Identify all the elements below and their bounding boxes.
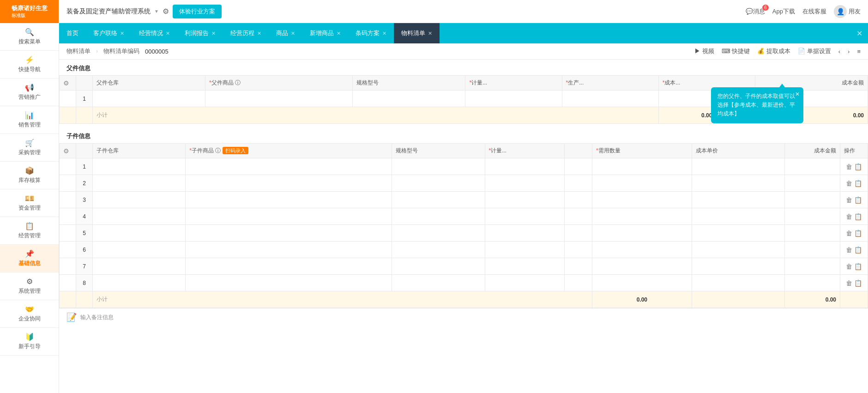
child-row6-qty[interactable]	[592, 242, 692, 258]
child-row1-delete-icon[interactable]: 🗑	[846, 163, 852, 170]
child-row6-cost-amount[interactable]	[785, 242, 840, 258]
child-row1-warehouse[interactable]	[93, 158, 186, 175]
child-row1-extra[interactable]	[564, 158, 592, 175]
child-row1-product[interactable]	[186, 158, 392, 175]
child-row1-copy-icon[interactable]: 📋	[854, 163, 862, 170]
child-row2-product[interactable]	[186, 175, 392, 192]
child-row7-delete-icon[interactable]: 🗑	[846, 263, 852, 270]
parent-row1-warehouse[interactable]	[93, 91, 205, 107]
nav-tab-close-4[interactable]: ✕	[257, 30, 261, 36]
child-row2-warehouse[interactable]	[93, 175, 186, 192]
scan-badge[interactable]: 扫码录入	[223, 147, 248, 154]
child-row7-copy-icon[interactable]: 📋	[854, 263, 862, 270]
child-row6-delete-icon[interactable]: 🗑	[846, 246, 852, 254]
nav-tab-close-2[interactable]: ✕	[166, 30, 170, 36]
child-row2-copy-icon[interactable]: 📋	[854, 180, 862, 187]
child-row3-cost-amount[interactable]	[785, 192, 840, 208]
nav-tab-8[interactable]: 物料清单✕	[394, 23, 440, 43]
experience-button[interactable]: 体验行业方案	[173, 5, 222, 18]
child-row8-unit[interactable]	[485, 275, 564, 291]
child-row1-unit-cost[interactable]	[692, 158, 784, 175]
child-row8-copy-icon[interactable]: 📋	[854, 279, 862, 287]
child-row7-warehouse[interactable]	[93, 258, 186, 275]
child-row2-spec[interactable]	[392, 175, 485, 192]
child-row7-unit[interactable]	[485, 258, 564, 275]
nav-tab-5[interactable]: 商品✕	[269, 23, 302, 43]
nav-tab-4[interactable]: 经营历程✕	[223, 23, 269, 43]
child-row8-unit-cost[interactable]	[692, 275, 784, 291]
child-row8-delete-icon[interactable]: 🗑	[846, 279, 852, 287]
child-row6-extra[interactable]	[564, 242, 592, 258]
child-row5-qty[interactable]	[592, 225, 692, 242]
child-row1-unit[interactable]	[485, 158, 564, 175]
nav-prev-button[interactable]: ‹	[838, 48, 840, 55]
nav-tab-7[interactable]: 条码方案✕	[348, 23, 394, 43]
view-mode-button[interactable]: ≡	[857, 48, 861, 55]
close-all-tabs-button[interactable]: ✕	[851, 29, 868, 38]
sidebar-item-inventory[interactable]: 📦库存核算	[0, 162, 59, 189]
child-row4-unit-cost[interactable]	[692, 208, 784, 225]
sidebar-item-sales[interactable]: 📊销售管理	[0, 106, 59, 134]
child-row5-unit-cost[interactable]	[692, 225, 784, 242]
child-row3-extra[interactable]	[564, 192, 592, 208]
nav-tab-close-8[interactable]: ✕	[428, 30, 432, 36]
child-row4-unit[interactable]	[485, 208, 564, 225]
child-row5-spec[interactable]	[392, 225, 485, 242]
online-service[interactable]: 在线客服	[802, 7, 826, 16]
message-badge-wrap[interactable]: 💬 消息 6	[746, 7, 765, 16]
child-row3-unit-cost[interactable]	[692, 192, 784, 208]
child-row4-copy-icon[interactable]: 📋	[854, 213, 862, 220]
gear-button[interactable]: ⚙	[163, 7, 169, 16]
child-row5-cost-amount[interactable]	[785, 225, 840, 242]
parent-setting-gear[interactable]: ⚙	[63, 79, 69, 87]
sidebar-item-quick-nav[interactable]: ⚡快捷导航	[0, 51, 59, 79]
child-row6-copy-icon[interactable]: 📋	[854, 246, 862, 254]
system-dropdown-arrow[interactable]: ▼	[154, 9, 159, 14]
user-wrap[interactable]: 👤 用友	[834, 5, 861, 18]
child-row2-qty[interactable]	[592, 175, 692, 192]
child-row3-product[interactable]	[186, 192, 392, 208]
sidebar-item-purchase[interactable]: 🛒采购管理	[0, 134, 59, 162]
shortcut-action[interactable]: ⌨ 快捷键	[722, 47, 750, 55]
child-row6-unit-cost[interactable]	[692, 242, 784, 258]
breadcrumb-1[interactable]: 物料清单	[66, 47, 90, 55]
child-row8-qty[interactable]	[592, 275, 692, 291]
app-download[interactable]: App下载	[772, 7, 795, 16]
child-row7-cost-amount[interactable]	[785, 258, 840, 275]
child-row5-warehouse[interactable]	[93, 225, 186, 242]
child-row8-cost-amount[interactable]	[785, 275, 840, 291]
child-row3-spec[interactable]	[392, 192, 485, 208]
sidebar-item-guide[interactable]: 🔰新手引导	[0, 328, 59, 356]
child-row5-delete-icon[interactable]: 🗑	[846, 230, 852, 237]
child-row7-spec[interactable]	[392, 258, 485, 275]
child-row4-warehouse[interactable]	[93, 208, 186, 225]
sidebar-item-finance[interactable]: 💴资金管理	[0, 189, 59, 217]
sidebar-item-marketing[interactable]: 📢营销推广	[0, 79, 59, 106]
child-setting-gear[interactable]: ⚙	[63, 147, 69, 155]
child-row4-product[interactable]	[186, 208, 392, 225]
child-row8-spec[interactable]	[392, 275, 485, 291]
child-row4-spec[interactable]	[392, 208, 485, 225]
sidebar-item-system[interactable]: ⚙系统管理	[0, 272, 59, 300]
nav-tab-3[interactable]: 利润报告✕	[177, 23, 223, 43]
child-row6-unit[interactable]	[485, 242, 564, 258]
sidebar-item-basic-info[interactable]: 📌基础信息	[0, 245, 59, 272]
nav-tab-close-7[interactable]: ✕	[382, 30, 386, 36]
sidebar-item-enterprise[interactable]: 🤝企业协同	[0, 300, 59, 328]
nav-next-button[interactable]: ›	[848, 48, 850, 55]
child-row3-qty[interactable]	[592, 192, 692, 208]
tooltip-close-button[interactable]: ✕	[795, 90, 800, 99]
child-row7-qty[interactable]	[592, 258, 692, 275]
child-row5-unit[interactable]	[485, 225, 564, 242]
child-row3-warehouse[interactable]	[93, 192, 186, 208]
video-action[interactable]: ▶ 视频	[694, 47, 714, 55]
child-row3-copy-icon[interactable]: 📋	[854, 196, 862, 204]
parent-row1-spec[interactable]	[353, 91, 465, 107]
child-row8-product[interactable]	[186, 275, 392, 291]
child-row1-cost-amount[interactable]	[785, 158, 840, 175]
nav-tab-1[interactable]: 客户联络✕	[86, 23, 132, 43]
child-row5-extra[interactable]	[564, 225, 592, 242]
child-row3-delete-icon[interactable]: 🗑	[846, 196, 852, 204]
child-row5-product[interactable]	[186, 225, 392, 242]
child-row2-unit[interactable]	[485, 175, 564, 192]
